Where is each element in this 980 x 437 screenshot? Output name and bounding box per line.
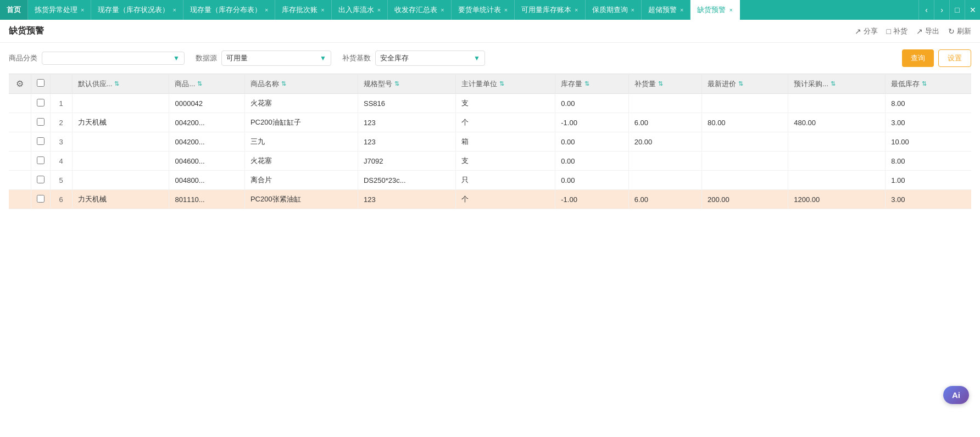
tab-restore-button[interactable]: □ [949, 0, 965, 20]
cell-min-stock-4: 1.00 [886, 171, 971, 190]
cell-product-name-4: 离合片 [244, 171, 358, 190]
sort-icon-product-name: ⇅ [281, 80, 286, 87]
cell-replenish-1: 6.00 [628, 113, 701, 132]
th-unit[interactable]: 主计量单位 ⇅ [456, 74, 555, 94]
tab-available-ledger[interactable]: 可用量库存账本 × [515, 0, 585, 20]
tab-inventory-dist[interactable]: 现存量（库存分布表） × [183, 0, 275, 20]
cell-unit-4: 只 [456, 171, 555, 190]
table-row: 2 力天机械 004200... PC200油缸缸子 123 个 -1.00 6… [9, 113, 971, 132]
th-stock[interactable]: 库存量 ⇅ [555, 74, 628, 94]
cell-min-stock-1: 3.00 [886, 113, 971, 132]
cell-stock-4: 0.00 [555, 171, 628, 190]
cell-unit-2: 箱 [456, 132, 555, 152]
filter-row: 商品分类 ▼ 数据源 可用量 ▼ 补货基数 安全库存 ▼ 查询 设置 [0, 43, 980, 74]
page-header: 缺货预警 ↗ 分享 □ 补货 ↗ 导出 ↻ 刷新 [0, 20, 980, 43]
row-checkbox-0[interactable] [37, 99, 44, 107]
sort-icon-replenish: ⇅ [658, 80, 663, 87]
th-est-purchase[interactable]: 预计采购... ⇅ [788, 74, 886, 94]
tab-inventory-status[interactable]: 现存量（库存状况表） × [91, 0, 183, 20]
th-replenish[interactable]: 补货量 ⇅ [628, 74, 701, 94]
row-checkbox-5[interactable] [37, 195, 44, 203]
cell-gear-2 [9, 132, 31, 152]
ai-badge[interactable]: Ai [943, 386, 969, 404]
tab-close-demand-stat[interactable]: × [504, 7, 508, 13]
settings-button[interactable]: 设置 [938, 49, 971, 67]
th-product-name[interactable]: 商品名称 ⇅ [244, 74, 358, 94]
tab-demand-stat[interactable]: 要货单统计表 × [452, 0, 515, 20]
cell-check-5[interactable] [31, 190, 50, 209]
th-spec[interactable]: 规格型号 ⇅ [358, 74, 455, 94]
row-checkbox-4[interactable] [37, 176, 44, 183]
cell-spec-3: J7092 [358, 152, 455, 171]
cell-gear-1 [9, 113, 31, 132]
tab-prev-button[interactable]: ‹ [918, 0, 934, 20]
cell-gear-3 [9, 152, 31, 171]
tab-batch-account[interactable]: 库存批次账 × [275, 0, 331, 20]
row-checkbox-1[interactable] [37, 118, 44, 126]
page-content: 缺货预警 ↗ 分享 □ 补货 ↗ 导出 ↻ 刷新 商品分类 [0, 20, 980, 437]
row-checkbox-3[interactable] [37, 156, 44, 164]
cell-gear-0 [9, 94, 31, 113]
tab-close-inventory-status[interactable]: × [172, 7, 176, 13]
th-min-stock[interactable]: 最低库存 ⇅ [886, 74, 971, 94]
row-checkbox-2[interactable] [37, 137, 44, 145]
cell-check-4[interactable] [31, 171, 50, 190]
tab-close-all-button[interactable]: ✕ [965, 0, 980, 20]
tab-expiry-query[interactable]: 保质期查询 × [586, 0, 642, 20]
th-check [31, 74, 50, 94]
tab-close-shortage[interactable]: × [729, 7, 732, 13]
tab-close-receipt-summary[interactable]: × [441, 7, 444, 13]
cell-check-3[interactable] [31, 152, 50, 171]
tab-close-inventory-dist[interactable]: × [265, 7, 268, 13]
tab-exception[interactable]: 拣货异常处理 × [28, 0, 91, 20]
tab-inout-flow[interactable]: 出入库流水 × [332, 0, 388, 20]
cell-check-2[interactable] [31, 132, 50, 152]
datasource-select[interactable]: 可用量 ▼ [221, 51, 331, 66]
tab-close-expiry-query[interactable]: × [631, 7, 634, 13]
th-gear[interactable]: ⚙ [9, 74, 31, 94]
cell-gear-4 [9, 171, 31, 190]
th-latest-price[interactable]: 最新进价 ⇅ [702, 74, 788, 94]
tab-home[interactable]: 首页 [0, 0, 28, 20]
cell-latest-price-4 [702, 171, 788, 190]
cell-replenish-4 [628, 171, 701, 190]
th-supplier[interactable]: 默认供应... ⇅ [72, 74, 169, 94]
select-all-checkbox[interactable] [37, 79, 44, 87]
sort-icon-spec: ⇅ [394, 80, 399, 87]
replenish-button[interactable]: □ 补货 [887, 26, 907, 36]
tab-close-available-ledger[interactable]: × [575, 7, 578, 13]
header-actions: ↗ 分享 □ 补货 ↗ 导出 ↻ 刷新 [855, 26, 971, 36]
tab-overstock[interactable]: 超储预警 × [642, 0, 691, 20]
cell-check-0[interactable] [31, 94, 50, 113]
sort-icon-min-stock: ⇅ [922, 80, 927, 87]
cell-spec-5: 123 [358, 190, 455, 209]
tab-close-exception[interactable]: × [81, 7, 84, 13]
th-product-code[interactable]: 商品... ⇅ [169, 74, 244, 94]
export-button[interactable]: ↗ 导出 [916, 26, 939, 36]
tab-close-overstock[interactable]: × [680, 7, 683, 13]
datasource-label: 数据源 [196, 53, 217, 63]
cell-product-name-3: 火花塞 [244, 152, 358, 171]
tab-bar: 首页 拣货异常处理 × 现存量（库存状况表） × 现存量（库存分布表） × 库存… [0, 0, 980, 20]
tab-next-button[interactable]: › [934, 0, 949, 20]
cell-latest-price-3 [702, 152, 788, 171]
share-button[interactable]: ↗ 分享 [855, 26, 878, 36]
cell-supplier-3 [72, 152, 169, 171]
tab-close-batch-account[interactable]: × [321, 7, 324, 13]
tab-shortage[interactable]: 缺货预警 × [691, 0, 739, 20]
query-button[interactable]: 查询 [902, 49, 934, 67]
cell-min-stock-3: 8.00 [886, 152, 971, 171]
cell-replenish-3 [628, 152, 701, 171]
category-label: 商品分类 [9, 53, 37, 63]
cell-check-1[interactable] [31, 113, 50, 132]
category-select[interactable]: ▼ [42, 52, 185, 65]
tab-close-inout-flow[interactable]: × [377, 7, 381, 13]
replenish-base-select[interactable]: 安全库存 ▼ [375, 51, 485, 66]
cell-min-stock-0: 8.00 [886, 94, 971, 113]
sort-icon-stock: ⇅ [584, 80, 589, 87]
cell-min-stock-2: 10.00 [886, 132, 971, 152]
cell-replenish-2: 20.00 [628, 132, 701, 152]
refresh-button[interactable]: ↻ 刷新 [948, 26, 971, 36]
replenish-icon: □ [887, 27, 891, 36]
tab-receipt-summary[interactable]: 收发存汇总表 × [388, 0, 451, 20]
